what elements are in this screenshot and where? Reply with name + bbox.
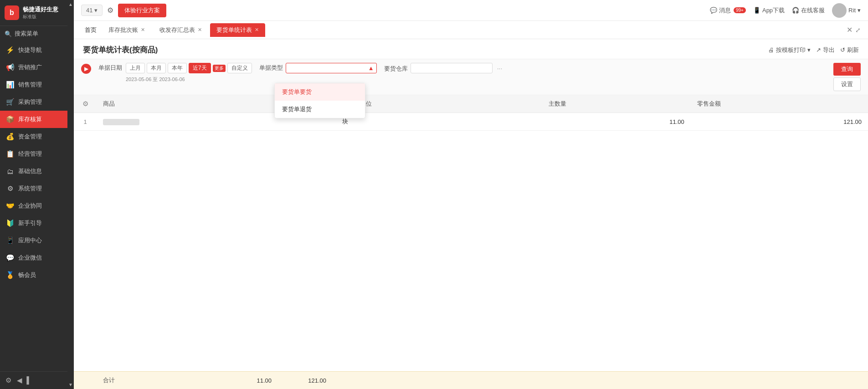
dropdown-item-order-return[interactable]: 要货单退货 (275, 101, 365, 118)
date-range-text: 2023-05-06 至 2023-06-06 (126, 76, 252, 83)
refresh-icon: ↺ (840, 46, 845, 53)
tab-recv-summary-label: 收发存汇总表 (159, 26, 195, 34)
date-custom-button[interactable]: 自定义 (227, 63, 252, 73)
date-this-month[interactable]: 本月 (147, 63, 166, 73)
filter-warehouse-input[interactable] (411, 63, 493, 73)
sidebar-collapse-icon[interactable]: ◀ ▐ (17, 376, 29, 384)
date-recent-7days[interactable]: 近7天 (189, 63, 211, 73)
trial-button[interactable]: 体验行业方案 (118, 4, 166, 17)
app-logo-icon: b (5, 5, 19, 20)
tabs-right-controls: ✕ ⤢ (847, 26, 861, 34)
sidebar-item-quick-nav[interactable]: ⚡ 快捷导航 (0, 41, 67, 59)
page-title-bar: 要货单统计表(按商品) 🖨 按模板打印 ▾ ↗ 导出 ↺ 刷新 (74, 39, 868, 59)
sidebar-item-system-label: 系统管理 (18, 184, 42, 193)
filter-date-group: 单据日期 上月 本月 本年 近7天 更多 自定义 2023-05-06 至 20… (98, 63, 252, 83)
app-version: 标准版 (23, 14, 58, 20)
table-row: 1 块 11.00 121.00 (74, 113, 868, 131)
filter-type-input-wrap: ▲ (286, 63, 377, 73)
cell-unit: 块 (336, 113, 542, 131)
tab-batch-account-close[interactable]: ✕ (141, 27, 145, 33)
export-button[interactable]: ↗ 导出 (816, 46, 835, 54)
table-header-row: ⚙ 商品 主计量单位 主数量 零售金额 (74, 95, 868, 113)
sidebar-item-enterprise-label: 企业协同 (18, 202, 42, 210)
sidebar-settings-icon[interactable]: ⚙ (5, 376, 11, 384)
tabs-close-all-icon[interactable]: ✕ (847, 26, 853, 34)
table-body: 1 块 11.00 121.00 (74, 113, 868, 131)
sidebar-logo: b 畅捷通好生意 标准版 (0, 0, 67, 26)
print-dropdown-icon: ▾ (807, 46, 811, 53)
sidebar-item-operation-label: 经营管理 (18, 150, 42, 158)
export-icon: ↗ (816, 46, 821, 53)
filter-settings-button[interactable]: 设置 (833, 77, 861, 91)
filter-actions: 查询 设置 (833, 63, 861, 91)
tab-home[interactable]: 首页 (81, 23, 100, 37)
page-actions: 🖨 按模板打印 ▾ ↗ 导出 ↺ 刷新 (768, 46, 859, 54)
sidebar-item-system[interactable]: ⚙ 系统管理 (0, 180, 67, 197)
sidebar-item-basic[interactable]: 🗂 基础信息 (0, 163, 67, 180)
filter-warehouse-more-icon[interactable]: ··· (495, 65, 504, 72)
sidebar-item-wechat[interactable]: 💬 企业微信 (0, 249, 67, 266)
user-name: Rit (848, 7, 856, 14)
scroll-down-icon[interactable]: ▼ (68, 382, 73, 387)
filter-type-label: 单据类型 (259, 63, 283, 72)
finance-icon: 💰 (5, 133, 15, 141)
tab-recv-summary[interactable]: 收发存汇总表 ✕ (153, 23, 208, 37)
search-icon: 🔍 (5, 31, 12, 37)
app-name: 畅捷通好生意 (23, 6, 58, 14)
messages-label: 消息 (719, 6, 731, 15)
sidebar-item-appcenter[interactable]: 📱 应用中心 (0, 232, 67, 249)
main-table: ⚙ 商品 主计量单位 主数量 零售金额 1 块 (74, 95, 868, 131)
sidebar-item-member[interactable]: 🏅 畅会员 (0, 266, 67, 284)
tabs-expand-icon[interactable]: ⤢ (855, 26, 861, 34)
cell-row-no: 1 (74, 113, 97, 131)
sidebar-item-enterprise[interactable]: 🤝 企业协同 (0, 197, 67, 215)
sidebar-item-operation[interactable]: 📋 经营管理 (0, 145, 67, 163)
column-settings-icon[interactable]: ⚙ (82, 100, 88, 107)
filter-date-label: 单据日期 (98, 63, 122, 72)
header-settings-icon[interactable]: ⚙ (107, 6, 113, 15)
sidebar-item-sales[interactable]: 📊 销售管理 (0, 76, 67, 93)
filter-type-dropdown-icon[interactable]: ▲ (368, 65, 374, 72)
query-button[interactable]: 查询 (833, 63, 861, 76)
messages-button[interactable]: 💬 消息 99+ (710, 6, 746, 15)
date-options: 上月 本月 本年 近7天 更多 自定义 2023-05-06 至 2023-06… (126, 63, 252, 83)
online-service-button[interactable]: 🎧 在线客服 (792, 6, 825, 15)
date-this-year[interactable]: 本年 (168, 63, 187, 73)
sidebar-item-inventory[interactable]: 📦 库存核算 (0, 111, 67, 128)
sidebar-item-finance[interactable]: 💰 资金管理 (0, 128, 67, 145)
sidebar-search[interactable]: 🔍 搜索菜单 (0, 26, 67, 41)
sidebar-item-marketing[interactable]: 📢 营销推广 (0, 59, 67, 76)
sidebar-item-marketing-label: 营销推广 (18, 63, 42, 72)
tab-order-stats-close[interactable]: ✕ (255, 27, 259, 33)
date-more-badge[interactable]: 更多 (213, 65, 226, 72)
dropdown-item-order-goods[interactable]: 要货单要货 (275, 83, 365, 101)
refresh-button[interactable]: ↺ 刷新 (840, 46, 859, 54)
inventory-icon: 📦 (5, 115, 15, 123)
date-last-month[interactable]: 上月 (126, 63, 145, 73)
th-gear[interactable]: ⚙ (74, 95, 97, 113)
table-footer: 合计 11.00 121.00 (74, 371, 868, 389)
sidebar-item-guide[interactable]: 🔰 新手引导 (0, 215, 67, 232)
tab-recv-summary-close[interactable]: ✕ (198, 27, 202, 33)
date-buttons: 上月 本月 本年 近7天 更多 自定义 (126, 63, 252, 73)
type-dropdown: 要货单要货 要货单退货 (274, 83, 365, 118)
guide-icon: 🔰 (5, 219, 15, 227)
scroll-up-icon[interactable]: ▲ (68, 2, 73, 7)
goods-blurred-value (103, 119, 139, 125)
th-unit: 主计量单位 (336, 95, 542, 113)
export-label: 导出 (823, 46, 835, 54)
company-selector[interactable]: 41 ▾ (81, 5, 103, 16)
tab-batch-account[interactable]: 库存批次账 ✕ (102, 23, 151, 37)
page-title: 要货单统计表(按商品) (83, 45, 158, 55)
app-download-button[interactable]: 📱 App下载 (753, 6, 785, 15)
tab-order-stats[interactable]: 要货单统计表 ✕ (210, 23, 265, 37)
sidebar-item-purchase[interactable]: 🛒 采购管理 (0, 93, 67, 111)
quick-nav-icon: ⚡ (5, 46, 15, 54)
user-menu[interactable]: Rit ▾ (832, 3, 861, 18)
print-button[interactable]: 🖨 按模板打印 ▾ (768, 46, 811, 54)
cell-qty: 11.00 (542, 113, 691, 131)
enterprise-icon: 🤝 (5, 202, 15, 210)
sidebar-item-guide-label: 新手引导 (18, 219, 42, 227)
filter-type-input[interactable] (286, 63, 377, 73)
filter-expand-button[interactable]: ▶ (81, 64, 91, 74)
